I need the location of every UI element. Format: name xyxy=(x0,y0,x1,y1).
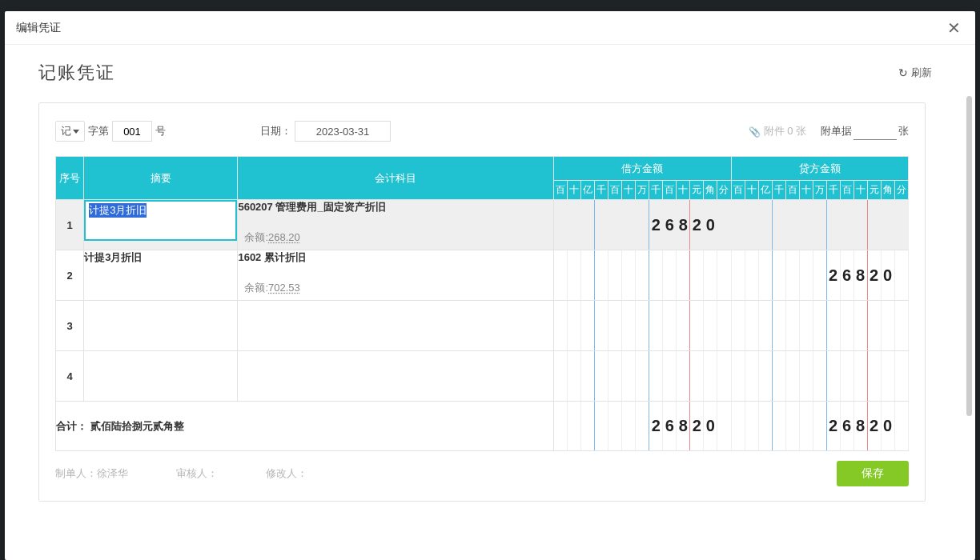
debit-digit[interactable] xyxy=(554,250,568,301)
debit-digit[interactable] xyxy=(608,250,622,301)
account-cell[interactable]: 560207 管理费用_固定资产折旧余额:268.20 xyxy=(238,200,554,250)
credit-digit[interactable]: 2 xyxy=(826,250,840,301)
total-credit-digit[interactable] xyxy=(894,402,908,451)
account-cell[interactable] xyxy=(238,301,554,351)
credit-digit[interactable] xyxy=(853,351,867,402)
credit-digit[interactable] xyxy=(758,301,772,351)
total-debit-digit[interactable]: 2 xyxy=(649,402,663,451)
credit-digit[interactable] xyxy=(867,200,881,250)
credit-digit[interactable] xyxy=(881,200,894,250)
total-debit-digit[interactable]: 2 xyxy=(690,402,704,451)
summary-input[interactable] xyxy=(84,200,237,241)
refresh-button[interactable]: 刷新 xyxy=(898,66,932,80)
debit-digit[interactable] xyxy=(717,351,731,402)
credit-digit[interactable] xyxy=(731,351,745,402)
close-icon[interactable]: ✕ xyxy=(944,17,964,39)
debit-digit[interactable] xyxy=(581,301,595,351)
total-debit-digit[interactable] xyxy=(581,402,595,451)
credit-digit[interactable] xyxy=(745,200,758,250)
debit-digit[interactable] xyxy=(636,250,649,301)
debit-digit[interactable] xyxy=(622,301,636,351)
debit-digit[interactable]: 0 xyxy=(704,200,717,250)
credit-digit[interactable] xyxy=(894,351,908,402)
debit-digit[interactable] xyxy=(554,200,568,250)
summary-cell[interactable] xyxy=(84,351,238,402)
credit-digit[interactable] xyxy=(785,200,799,250)
credit-digit[interactable] xyxy=(772,200,785,250)
total-debit-digit[interactable] xyxy=(622,402,636,451)
debit-digit[interactable] xyxy=(636,351,649,402)
credit-digit[interactable] xyxy=(731,250,745,301)
credit-digit[interactable]: 8 xyxy=(853,250,867,301)
total-debit-digit[interactable] xyxy=(554,402,568,451)
credit-digit[interactable] xyxy=(894,200,908,250)
credit-digit[interactable] xyxy=(894,250,908,301)
debit-digit[interactable] xyxy=(649,250,663,301)
debit-digit[interactable] xyxy=(704,351,717,402)
credit-digit[interactable] xyxy=(894,301,908,351)
total-credit-digit[interactable] xyxy=(785,402,799,451)
debit-digit[interactable] xyxy=(690,351,704,402)
debit-digit[interactable] xyxy=(663,301,677,351)
debit-digit[interactable] xyxy=(568,200,581,250)
credit-digit[interactable] xyxy=(731,301,745,351)
date-input[interactable] xyxy=(295,121,391,142)
voucher-number-input[interactable] xyxy=(112,121,152,142)
credit-digit[interactable] xyxy=(745,351,758,402)
account-cell[interactable]: 1602 累计折旧余额:702.53 xyxy=(238,250,554,301)
total-credit-digit[interactable] xyxy=(813,402,826,451)
total-debit-digit[interactable]: 6 xyxy=(663,402,677,451)
total-credit-digit[interactable]: 2 xyxy=(826,402,840,451)
debit-digit[interactable] xyxy=(568,301,581,351)
total-debit-digit[interactable] xyxy=(568,402,581,451)
debit-digit[interactable] xyxy=(677,351,690,402)
debit-digit[interactable] xyxy=(595,351,608,402)
credit-digit[interactable] xyxy=(840,351,853,402)
debit-digit[interactable] xyxy=(636,200,649,250)
debit-digit[interactable] xyxy=(663,250,677,301)
debit-digit[interactable] xyxy=(554,351,568,402)
credit-digit[interactable] xyxy=(772,351,785,402)
credit-digit[interactable] xyxy=(772,301,785,351)
debit-digit[interactable] xyxy=(595,250,608,301)
total-debit-digit[interactable] xyxy=(595,402,608,451)
scrollbar[interactable] xyxy=(966,96,972,416)
credit-digit[interactable] xyxy=(853,200,867,250)
credit-digit[interactable] xyxy=(745,250,758,301)
debit-digit[interactable] xyxy=(636,301,649,351)
total-credit-digit[interactable]: 8 xyxy=(853,402,867,451)
credit-digit[interactable] xyxy=(813,301,826,351)
credit-digit[interactable] xyxy=(867,301,881,351)
debit-digit[interactable]: 2 xyxy=(690,200,704,250)
summary-cell[interactable]: 计提3月折旧 xyxy=(84,250,238,301)
credit-digit[interactable] xyxy=(853,301,867,351)
debit-digit[interactable] xyxy=(608,200,622,250)
credit-digit[interactable] xyxy=(881,351,894,402)
debit-digit[interactable] xyxy=(608,351,622,402)
debit-digit[interactable] xyxy=(677,250,690,301)
debit-digit[interactable] xyxy=(595,200,608,250)
debit-digit[interactable] xyxy=(663,351,677,402)
debit-digit[interactable] xyxy=(568,250,581,301)
credit-digit[interactable] xyxy=(758,200,772,250)
credit-digit[interactable] xyxy=(813,351,826,402)
total-debit-digit[interactable] xyxy=(717,402,731,451)
credit-digit[interactable] xyxy=(785,301,799,351)
credit-digit[interactable] xyxy=(813,200,826,250)
debit-digit[interactable] xyxy=(717,200,731,250)
total-credit-digit[interactable]: 0 xyxy=(881,402,894,451)
debit-digit[interactable] xyxy=(704,301,717,351)
credit-digit[interactable] xyxy=(799,250,813,301)
total-credit-digit[interactable] xyxy=(731,402,745,451)
enclosure-count-input[interactable] xyxy=(853,122,897,140)
voucher-type-select[interactable]: 记 xyxy=(55,121,85,142)
debit-digit[interactable] xyxy=(677,301,690,351)
total-credit-digit[interactable]: 6 xyxy=(840,402,853,451)
debit-digit[interactable] xyxy=(717,301,731,351)
save-button[interactable]: 保存 xyxy=(837,461,909,486)
debit-digit[interactable] xyxy=(581,351,595,402)
debit-digit[interactable] xyxy=(622,200,636,250)
debit-digit[interactable] xyxy=(649,351,663,402)
credit-digit[interactable] xyxy=(799,351,813,402)
debit-digit[interactable] xyxy=(690,250,704,301)
